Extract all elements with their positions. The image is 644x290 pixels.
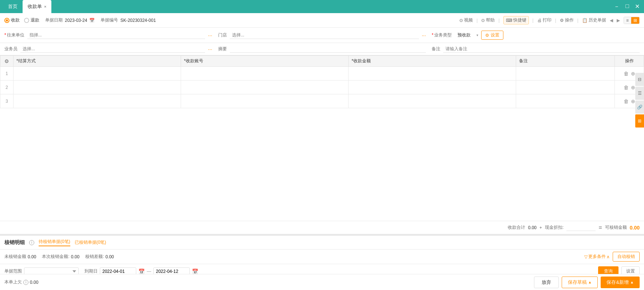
shop-label: 门店 bbox=[218, 32, 227, 38]
tab-active[interactable]: 收款单 × bbox=[23, 0, 51, 13]
row-account[interactable] bbox=[181, 94, 349, 108]
current-label: 本次核销金额: bbox=[42, 254, 69, 260]
history-btn[interactable]: 📋 历史单据 bbox=[582, 17, 606, 23]
recon-info-icon[interactable]: i bbox=[29, 240, 34, 245]
help-btn[interactable]: ⊙ 帮助 bbox=[481, 17, 495, 23]
done-tab[interactable]: 已核销单据(0笔) bbox=[75, 239, 106, 246]
calendar-to-icon[interactable]: 📅 bbox=[192, 269, 198, 274]
right-panel-link-icon[interactable]: 🔗 bbox=[635, 101, 644, 114]
partner-input[interactable] bbox=[27, 31, 205, 39]
abstract-input[interactable] bbox=[230, 45, 426, 53]
total-value: 0.00 bbox=[528, 225, 537, 230]
row-account[interactable] bbox=[181, 81, 349, 94]
date-field: 单据日期 2023-03-24 📅 bbox=[45, 17, 95, 23]
prev-info-icon[interactable]: i bbox=[23, 280, 28, 285]
row-amount[interactable] bbox=[349, 67, 516, 81]
video-btn[interactable]: ⊙ 视频 bbox=[459, 17, 473, 23]
staff-label: 业务员 bbox=[4, 46, 17, 52]
row-amount[interactable] bbox=[349, 94, 516, 108]
ops-icon: ⚙ bbox=[560, 18, 564, 23]
table-row: 1 🗑 ⊕ bbox=[0, 67, 644, 81]
radio-collect[interactable]: 收款 bbox=[4, 17, 20, 23]
ops-label: 操作 bbox=[565, 17, 574, 23]
row-copy-icon[interactable]: ⊕ bbox=[631, 71, 635, 77]
date-label: 单据日期 bbox=[45, 17, 63, 23]
staff-input[interactable] bbox=[20, 45, 205, 53]
shop-input[interactable] bbox=[230, 31, 419, 39]
save-new-button[interactable]: 保存&新增 ▲ bbox=[601, 277, 640, 288]
row-note[interactable] bbox=[516, 81, 615, 94]
view-toggle: ≡ ⊞ bbox=[624, 17, 640, 24]
available-label: 可核销金额 bbox=[605, 224, 627, 231]
radio-collect-label: 收款 bbox=[11, 17, 20, 23]
table-gear-header[interactable]: ⚙ bbox=[0, 56, 13, 67]
abandon-label: 放弃 bbox=[542, 279, 551, 285]
row-number: 2 bbox=[0, 81, 13, 94]
right-panel-table-icon[interactable]: ⊟ bbox=[635, 73, 644, 86]
col-settlement-header: *结算方式 bbox=[13, 56, 181, 67]
radio-refund[interactable]: 退款 bbox=[24, 17, 39, 23]
biz-type-value: 预收款 bbox=[458, 32, 471, 38]
nav-next-icon[interactable]: ▶ bbox=[617, 18, 620, 23]
row-delete-icon[interactable]: 🗑 bbox=[624, 71, 629, 77]
table-settings-icon[interactable]: ⚙ bbox=[4, 58, 9, 64]
auto-recon-label: 自动核销 bbox=[617, 254, 635, 259]
row-delete-icon[interactable]: 🗑 bbox=[624, 98, 629, 104]
partner-more-btn[interactable]: ··· bbox=[208, 32, 212, 38]
footer: 本单上欠 i 0.00 放弃 保存草稿 ▲ 保存&新增 ▲ bbox=[0, 274, 644, 290]
row-copy-icon[interactable]: ⊕ bbox=[631, 85, 635, 90]
auto-recon-button[interactable]: 自动核销 bbox=[613, 252, 640, 262]
save-draft-button[interactable]: 保存草稿 ▲ bbox=[562, 277, 598, 288]
row-account[interactable] bbox=[181, 67, 349, 81]
tab-home[interactable]: 首页 bbox=[3, 0, 23, 13]
staff-more-btn[interactable]: ··· bbox=[208, 46, 212, 52]
col-amount-header: *收款金额 bbox=[349, 56, 516, 67]
shop-more-btn[interactable]: ··· bbox=[422, 32, 426, 38]
ops-btn[interactable]: ⚙ 操作 bbox=[560, 17, 574, 23]
row-copy-icon[interactable]: ⊕ bbox=[631, 98, 635, 104]
shortcut-btn[interactable]: ⌨ 快捷键 bbox=[503, 16, 529, 24]
row-settlement[interactable] bbox=[13, 67, 181, 81]
tab-close-icon[interactable]: × bbox=[44, 4, 46, 9]
form-row2: 业务员 ··· 摘要 备注 bbox=[0, 43, 644, 55]
settings-label: 设置 bbox=[491, 32, 499, 38]
discount-input[interactable] bbox=[566, 224, 596, 231]
help-icon: ⊙ bbox=[481, 18, 485, 23]
note-input[interactable] bbox=[443, 45, 640, 53]
row-amount[interactable] bbox=[349, 81, 516, 94]
right-panel-list-icon[interactable]: ☰ bbox=[635, 87, 644, 100]
biz-type-label: *业务类型 bbox=[432, 32, 452, 38]
row-note[interactable] bbox=[516, 67, 615, 81]
row-delete-icon[interactable]: 🗑 bbox=[624, 85, 629, 90]
right-panel-active-icon[interactable]: ⊞ bbox=[635, 114, 644, 128]
diff-stat: 核销差额: 0.00 bbox=[85, 254, 114, 260]
query-label: 查询 bbox=[604, 269, 613, 274]
calendar-icon[interactable]: 📅 bbox=[89, 18, 95, 23]
window-close-icon[interactable]: ✕ bbox=[633, 2, 641, 11]
recon-stats: 未核销金额 0.00 本次核销金额: 0.00 核销差额: 0.00 ▽ 更多条… bbox=[0, 250, 644, 264]
pending-tab[interactable]: 待核销单据(0笔) bbox=[39, 239, 70, 246]
number-label: 单据编号 bbox=[101, 17, 118, 23]
row-settlement[interactable] bbox=[13, 81, 181, 94]
list-view-btn[interactable]: ≡ bbox=[624, 17, 631, 24]
settings-button[interactable]: ⚙ 设置 bbox=[481, 31, 503, 40]
radio-refund-circle bbox=[24, 18, 29, 23]
tab-home-label: 首页 bbox=[8, 3, 17, 10]
row-settlement[interactable] bbox=[13, 94, 181, 108]
grid-view-btn[interactable]: ⊞ bbox=[631, 17, 639, 24]
window-maximize-icon[interactable]: □ bbox=[624, 2, 631, 11]
filter-icon: ▽ bbox=[584, 254, 588, 259]
abandon-button[interactable]: 放弃 bbox=[534, 277, 559, 288]
number-field: 单据编号 SK-20230324-001 bbox=[101, 17, 156, 23]
biz-type-chevron-icon[interactable]: ▾ bbox=[476, 33, 478, 37]
current-value: 0.00 bbox=[71, 254, 79, 259]
more-conditions-btn[interactable]: ▽ 更多条件 ∧ bbox=[584, 254, 610, 260]
shop-field: 门店 ··· bbox=[218, 31, 426, 40]
print-btn[interactable]: 🖨 打印 bbox=[537, 17, 551, 23]
row-note[interactable] bbox=[516, 94, 615, 108]
form-row1: *往来单位 ··· 门店 ··· *业务类型 预收款 ▾ ⚙ 设置 bbox=[0, 28, 644, 43]
unchecked-stat: 未核销金额 0.00 bbox=[4, 254, 36, 260]
window-minimize-icon[interactable]: － bbox=[612, 2, 621, 11]
nav-prev-icon[interactable]: ◀ bbox=[610, 18, 613, 23]
calendar-from-icon[interactable]: 📅 bbox=[138, 269, 145, 274]
